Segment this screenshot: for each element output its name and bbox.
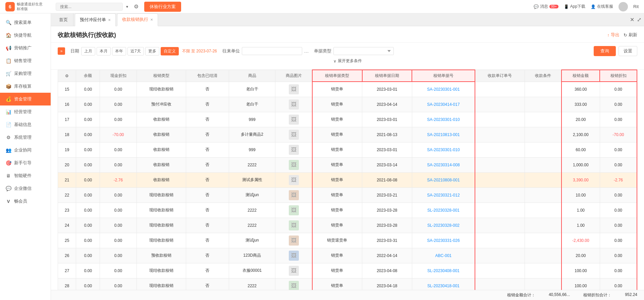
user-avatar[interactable] xyxy=(619,2,628,11)
th-doc-type: 核销单据类型 xyxy=(312,70,362,82)
doc-no-link[interactable]: SA-20230314-008 xyxy=(427,163,460,167)
company-input[interactable] xyxy=(242,47,302,55)
date-btn-this-month[interactable]: 本月 xyxy=(97,47,111,55)
doc-no-link[interactable]: SA-20230331-026 xyxy=(427,238,460,243)
sidebar-label-finance: 资金管理 xyxy=(14,96,32,102)
top-bar: 6 畅捷通道好生意 标准版 ▾ ⚙ 休验行业方案 💬 消息 99+ 📱 App下… xyxy=(0,0,644,13)
cell-amount: -2,430.00 xyxy=(561,233,600,248)
sidebar-item-inventory[interactable]: 📦 库存核算 xyxy=(0,80,51,93)
doctype-select[interactable]: 销货单 销货退货单 xyxy=(333,47,394,55)
dropdown-arrow[interactable]: ▾ xyxy=(126,4,128,9)
cell-amount: 20.00 xyxy=(561,112,600,127)
app-download-item[interactable]: 📱 App下载 xyxy=(564,4,585,9)
sidebar-item-sales[interactable]: 📋 销售管理 xyxy=(0,54,51,67)
sidebar-item-enterprise[interactable]: 👥 企业协同 xyxy=(0,144,51,157)
doc-no-link[interactable]: SA-20230301-010 xyxy=(427,117,460,122)
doc-no-link[interactable]: SA-20230321-012 xyxy=(427,193,460,198)
doc-no-link[interactable]: SL-20230418-001 xyxy=(427,284,460,288)
doc-no-link[interactable]: ABC-001 xyxy=(435,253,452,258)
notification-item[interactable]: 💬 消息 99+ xyxy=(534,4,558,9)
sidebar-item-wechat[interactable]: 💬 企业微信 xyxy=(0,182,51,195)
date-btn-more[interactable]: 更多 xyxy=(145,47,159,55)
cell-order-no xyxy=(475,233,525,248)
table-row: 19 0.00 0.00 收款核销 否 999 🖼 销货单 2023-03-01… xyxy=(58,142,637,157)
online-service-item[interactable]: 👤 在线客服 xyxy=(591,4,613,9)
product-thumbnail: 🖼 xyxy=(289,281,299,290)
cell-cash-discount: 0.00 xyxy=(100,157,137,172)
gear-icon[interactable]: ⚙ xyxy=(131,2,141,11)
cell-doc-no: SA-20230331-026 xyxy=(412,233,475,248)
settings-btn[interactable]: 设置 xyxy=(619,46,637,56)
doc-no-link[interactable]: SA-20230414-017 xyxy=(427,102,460,107)
date-btn-7days[interactable]: 近7天 xyxy=(127,47,144,55)
sidebar-item-hardware[interactable]: 🖥 智能硬件 xyxy=(0,169,51,182)
sidebar-item-marketing[interactable]: 📢 营销推广 xyxy=(0,42,51,54)
expand-more-btn[interactable]: ∨ 展开更多条件 xyxy=(58,56,637,66)
tab-writeoff[interactable]: 收款核销执行 ✕ xyxy=(117,13,158,26)
product-thumbnail: 🖼 xyxy=(289,84,299,94)
query-btn[interactable]: 查询 xyxy=(594,46,616,56)
cell-doc-no: ABC-001 xyxy=(412,248,475,263)
date-range-display: 不限 至 2023-07-26 xyxy=(182,48,217,54)
cell-order-no xyxy=(475,203,525,218)
export-btn[interactable]: ↑ 导出 xyxy=(607,32,620,38)
sidebar-item-finance[interactable]: 💰 资金管理 xyxy=(0,93,51,105)
cell-goods: 2222 xyxy=(229,218,275,233)
sidebar-item-operations[interactable]: 📊 经营管理 xyxy=(0,105,51,118)
doc-no-link[interactable]: SA-20230301-010 xyxy=(427,147,460,152)
doc-no-link[interactable]: SL-20230408-001 xyxy=(427,268,460,273)
cell-balance: 0.00 xyxy=(76,172,100,187)
industry-btn[interactable]: 休验行业方案 xyxy=(144,2,181,12)
cell-goods-img: 🖼 xyxy=(275,248,312,263)
cell-contains-settled: 否 xyxy=(186,97,229,112)
sidebar-item-member[interactable]: V 畅会员 xyxy=(0,195,51,208)
doc-no-link[interactable]: SL-20230328-001 xyxy=(427,208,460,213)
cell-amount: 1,000.00 xyxy=(561,157,600,172)
message-icon: 💬 xyxy=(534,4,539,9)
cell-doc-type: 销货单 xyxy=(312,97,362,112)
logo: 6 畅捷通道好生意 标准版 xyxy=(5,2,56,11)
sidebar-item-purchase[interactable]: 🛒 采购管理 xyxy=(0,67,51,80)
tab-prepay-close[interactable]: ✕ xyxy=(108,18,111,22)
cell-discount: 0.00 xyxy=(600,187,637,203)
refresh-btn[interactable]: ↻ 刷新 xyxy=(624,32,637,38)
date-btn-last-month[interactable]: 上月 xyxy=(81,47,95,55)
doc-no-link[interactable]: SA-20210813-001 xyxy=(427,132,460,137)
cell-contains-settled: 否 xyxy=(186,187,229,203)
cell-goods: 2222 xyxy=(229,157,275,172)
cell-doc-type: 销货单 xyxy=(312,203,362,218)
cell-discount: 0.00 xyxy=(600,218,637,233)
tab-home[interactable]: 首页 xyxy=(54,13,73,26)
sidebar-item-search[interactable]: 🔍 搜索菜单 xyxy=(0,16,51,29)
doc-no-link[interactable]: SL-20230328-002 xyxy=(427,223,460,228)
th-gear[interactable]: ⚙ xyxy=(58,70,76,82)
cell-amount: 333.00 xyxy=(561,97,600,112)
cell-writeoff-type: 收款核销 xyxy=(137,157,186,172)
product-thumbnail: 🖼 xyxy=(289,251,299,261)
date-btn-custom[interactable]: 自定义 xyxy=(161,47,179,55)
doc-no-link[interactable]: SA-20210808-001 xyxy=(427,178,460,182)
date-btn-this-year[interactable]: 本年 xyxy=(112,47,126,55)
sidebar-item-guide[interactable]: 🎯 新手引导 xyxy=(0,157,51,169)
tab-writeoff-close[interactable]: ✕ xyxy=(150,18,153,22)
tab-close-all-btn[interactable]: ✕ xyxy=(630,16,634,23)
cell-balance: 0.00 xyxy=(76,157,100,172)
top-search-input[interactable] xyxy=(56,3,123,11)
data-table: ⚙ 余额 现金折扣 核销类型 包含已结清 商品 商品图片 核销单据类型 核销单据… xyxy=(58,70,637,290)
cell-doc-no: SL-20230408-001 xyxy=(412,263,475,278)
cell-contains-settled: 否 xyxy=(186,142,229,157)
filter-collapse-btn[interactable]: » xyxy=(58,47,65,55)
company-dots[interactable]: ... xyxy=(304,48,309,54)
sidebar-item-basic-info[interactable]: 📄 基础信息 xyxy=(0,118,51,131)
tab-prepay[interactable]: 预付冲应付单 ✕ xyxy=(75,13,116,26)
amount-total-label: 核销金额合计： xyxy=(507,292,535,298)
doc-no-link[interactable]: SA-20230301-001 xyxy=(427,87,460,92)
sidebar-item-system[interactable]: ⚙ 系统管理 xyxy=(0,131,51,144)
tab-expand-btn[interactable]: ⤢ xyxy=(637,16,641,23)
cell-payment-condition xyxy=(525,248,561,263)
cell-order-no xyxy=(475,97,525,112)
notification-label: 消息 xyxy=(540,4,548,9)
sidebar-item-nav[interactable]: 🏠 快捷导航 xyxy=(0,29,51,42)
cell-order-no xyxy=(475,172,525,187)
cell-payment-condition xyxy=(525,127,561,142)
